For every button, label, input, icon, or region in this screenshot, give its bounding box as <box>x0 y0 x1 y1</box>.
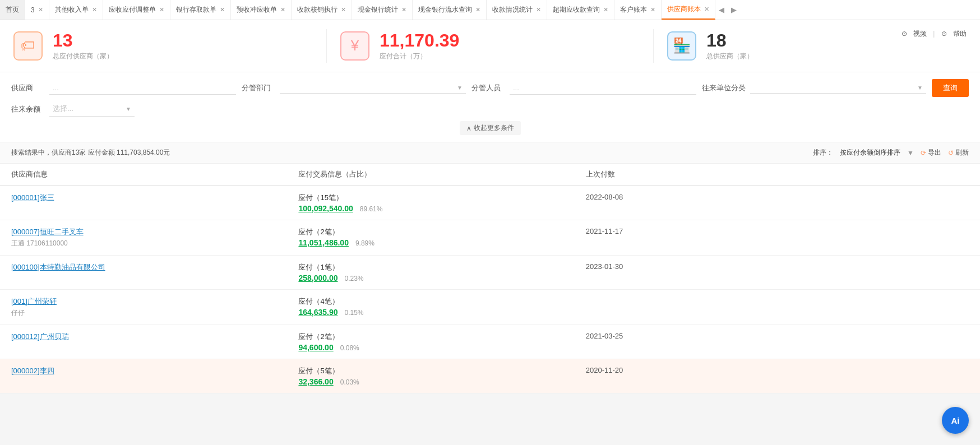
nav-cash-flow[interactable]: 现金银行流水查询 ✕ <box>413 0 487 20</box>
transaction-amount[interactable]: 258,000.00 <box>298 274 338 282</box>
chevron-down-icon: ▼ <box>126 106 131 112</box>
video-icon: ⊙ <box>902 30 907 38</box>
lastpay-date: 2022-08-08 <box>586 193 623 201</box>
data-table: 供应商信息 应付交易信息（占比） 上次付数 [000001]张三 应付（15笔）… <box>0 164 980 393</box>
filter-person: 分管人员 <box>471 81 696 95</box>
supplier-filter-input[interactable] <box>49 81 236 95</box>
filter-dept: 分管部门 ▼ <box>242 82 466 94</box>
close-icon[interactable]: ✕ <box>280 6 285 13</box>
lastpay-date: 2023-01-30 <box>586 262 623 271</box>
nav-customer-account[interactable]: 客户账本 ✕ <box>614 0 662 20</box>
transaction-pct: 0.15% <box>344 309 363 317</box>
nav-other-income[interactable]: 其他收入单 ✕ <box>49 0 103 20</box>
close-icon[interactable]: ✕ <box>475 6 480 13</box>
supplier-link[interactable]: [000002]李四 <box>11 367 54 375</box>
nav-prev-arrow[interactable]: ◀ <box>715 6 728 14</box>
close-icon[interactable]: ✕ <box>650 6 655 13</box>
balance-filter-label: 往来余额 <box>11 104 45 114</box>
supplier-link[interactable]: [000007]恒旺二手叉车 <box>11 228 84 236</box>
total-supplier-label: 总供应商（家） <box>706 52 754 61</box>
supplier-sub: 王通 17106110000 <box>11 239 298 248</box>
help-link[interactable]: 帮助 <box>953 30 967 38</box>
summary-bar: 🏷 13 总应付供应商（家） ¥ 11,170.39 应付合计（万） 🏪 <box>0 20 980 72</box>
payable-total-label: 应付合计（万） <box>380 52 459 61</box>
results-summary: 搜索结果中，供应商13家 应付金额 111,703,854.00元 <box>11 148 170 157</box>
chevron-down-icon: ▼ <box>457 85 463 91</box>
filter-balance: 往来余额 选择... ▼ <box>11 101 135 117</box>
chevron-up-icon: ∧ <box>466 124 471 132</box>
supplier-link[interactable]: [000001]张三 <box>11 193 54 202</box>
nav-3[interactable]: 3 ✕ <box>25 0 49 20</box>
supplier-link[interactable]: [000012]广州贝瑞 <box>11 332 69 341</box>
sort-selector[interactable]: 按应付余额倒序排序 <box>840 148 900 157</box>
transaction-pct: 89.61% <box>360 205 383 213</box>
supplier-filter-label: 供应商 <box>11 83 45 93</box>
query-button[interactable]: 查询 <box>932 79 969 97</box>
nav-home[interactable]: 首页 <box>0 0 25 20</box>
header-transaction: 应付交易信息（占比） <box>298 169 585 179</box>
close-icon[interactable]: ✕ <box>401 6 406 13</box>
filter-area: 供应商 分管部门 ▼ 分管人员 往来单位分类 ▼ 查询 往来余额 选择 <box>0 72 980 142</box>
refresh-button[interactable]: ↺ 刷新 <box>948 148 969 157</box>
close-icon[interactable]: ✕ <box>603 6 608 13</box>
close-icon[interactable]: ✕ <box>704 6 709 13</box>
balance-filter-select[interactable]: 选择... ▼ <box>49 101 135 117</box>
dept-filter-select[interactable]: ▼ <box>280 82 466 94</box>
chevron-down-icon: ▼ <box>907 149 914 157</box>
svg-text:🏷: 🏷 <box>21 37 35 54</box>
lastpay-date: 2021-03-25 <box>586 332 623 340</box>
supplier-link[interactable]: [000100]本特勤油品有限公司 <box>11 263 105 271</box>
person-filter-label: 分管人员 <box>471 83 505 93</box>
table-header: 供应商信息 应付交易信息（占比） 上次付数 <box>0 164 980 186</box>
transaction-pct: 9.89% <box>355 239 375 247</box>
filter-unit-class: 往来单位分类 ▼ <box>702 82 927 94</box>
transaction-pct: 0.03% <box>340 378 359 386</box>
header-extra <box>777 169 969 179</box>
export-button[interactable]: ⟳ 导出 <box>921 148 941 157</box>
top-links: ⊙ 视频 | ⊙ 帮助 <box>899 29 969 39</box>
table-row: [000001]张三 应付（15笔） 100,092,540.00 89.61%… <box>0 186 980 220</box>
summary-card-payable-suppliers: 🏷 13 总应付供应商（家） <box>11 29 315 63</box>
nav-collection-stat[interactable]: 收款情况统计 ✕ <box>487 0 547 20</box>
results-bar: 搜索结果中，供应商13家 应付金额 111,703,854.00元 排序： 按应… <box>0 142 980 164</box>
payable-supplier-label: 总应付供应商（家） <box>53 52 113 61</box>
payable-total-amount: 11,170.39 <box>380 31 459 49</box>
unit-filter-select[interactable]: ▼ <box>750 82 927 94</box>
collapse-button[interactable]: ∧ 收起更多条件 <box>460 121 521 135</box>
transaction-amount[interactable]: 100,092,540.00 <box>298 204 353 213</box>
transaction-pct: 0.08% <box>340 344 359 352</box>
table-row: [000007]恒旺二手叉车 王通 17106110000 应付（2笔） 11,… <box>0 220 980 256</box>
export-icon: ⟳ <box>921 149 926 157</box>
transaction-amount[interactable]: 11,051,486.00 <box>298 238 349 247</box>
nav-collection[interactable]: 收款核销执行 ✕ <box>292 0 352 20</box>
supplier-sub: 仔仔 <box>11 308 298 318</box>
supplier-link[interactable]: [001]广州荣轩 <box>11 297 57 305</box>
close-icon[interactable]: ✕ <box>220 6 225 13</box>
nav-bank-deposit[interactable]: 银行存取款单 ✕ <box>170 0 231 20</box>
transaction-amount[interactable]: 94,600.00 <box>298 343 333 352</box>
nav-next-arrow[interactable]: ▶ <box>728 6 740 14</box>
video-link[interactable]: 视频 <box>913 30 927 38</box>
close-icon[interactable]: ✕ <box>159 6 164 13</box>
close-icon[interactable]: ✕ <box>92 6 97 13</box>
nav-overdue[interactable]: 超期应收款查询 ✕ <box>547 0 614 20</box>
payable-icon: ¥ <box>338 29 372 63</box>
nav-cash-stat[interactable]: 现金银行统计 ✕ <box>352 0 413 20</box>
refresh-icon: ↺ <box>948 149 954 157</box>
nav-ar-adjust[interactable]: 应收应付调整单 ✕ <box>103 0 170 20</box>
nav-supplier-account[interactable]: 供应商账本 ✕ <box>662 0 715 20</box>
lastpay-date: 2021-11-17 <box>586 227 623 235</box>
total-supplier-count: 18 <box>706 31 754 49</box>
person-filter-input[interactable] <box>510 81 696 95</box>
nav-prepay[interactable]: 预收冲应收单 ✕ <box>231 0 292 20</box>
top-navigation: 首页 3 ✕ 其他收入单 ✕ 应收应付调整单 ✕ 银行存取款单 ✕ 预收冲应收单… <box>0 0 980 20</box>
help-icon: ⊙ <box>941 30 947 38</box>
close-icon[interactable]: ✕ <box>536 6 541 13</box>
store-icon: 🏪 <box>665 29 699 63</box>
close-icon[interactable]: ✕ <box>38 6 43 13</box>
transaction-amount[interactable]: 32,366.00 <box>298 377 333 386</box>
close-icon[interactable]: ✕ <box>341 6 346 13</box>
transaction-amount[interactable]: 164,635.90 <box>298 308 338 317</box>
table-row: [000012]广州贝瑞 应付（2笔） 94,600.00 0.08% 2021… <box>0 325 980 359</box>
transaction-pct: 0.23% <box>344 275 363 282</box>
